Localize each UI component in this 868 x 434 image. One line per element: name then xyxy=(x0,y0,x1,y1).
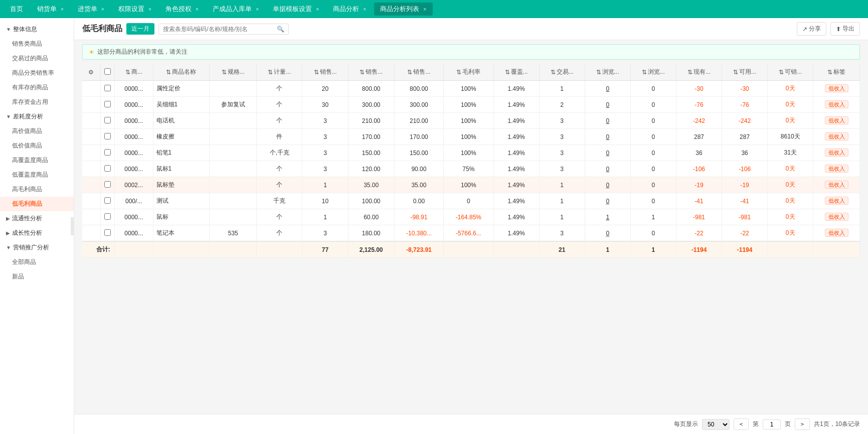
row-views1[interactable]: 0 xyxy=(585,145,630,161)
row-name[interactable]: 吴细细1 xyxy=(153,97,210,113)
search-icon[interactable]: 🔍 xyxy=(277,26,284,33)
col-saleable[interactable]: ⇅可销... xyxy=(768,64,813,81)
col-transaction[interactable]: ⇅交易... xyxy=(539,64,585,81)
sidebar-group-liquidity-label: 流通性分析 xyxy=(12,214,42,223)
row-checkbox[interactable] xyxy=(100,177,114,193)
nav-item-analysis-list[interactable]: 商品分析列表 × xyxy=(374,3,432,16)
close-icon[interactable]: × xyxy=(61,6,64,12)
sidebar-collapse-btn[interactable]: « xyxy=(71,217,74,235)
row-transaction: 3 xyxy=(539,145,585,161)
sidebar-item-high-coverage[interactable]: 高覆盖度商品 xyxy=(0,153,74,168)
nav-item-roles[interactable]: 角色授权 × xyxy=(159,3,205,16)
col-name[interactable]: ⇅商品名称 xyxy=(153,64,210,81)
col-unit[interactable]: ⇅计量... xyxy=(257,64,302,81)
sidebar-item-new-products[interactable]: 新品 xyxy=(0,269,74,284)
row-checkbox[interactable] xyxy=(100,129,114,145)
row-name[interactable]: 笔记本 xyxy=(153,225,210,242)
row-views1[interactable]: 1 xyxy=(585,209,630,225)
sidebar-item-low-margin[interactable]: 低毛利商品 xyxy=(0,197,74,211)
col-current-stock[interactable]: ⇅现有... xyxy=(676,64,722,81)
settings-icon[interactable]: ⚙ xyxy=(88,69,94,76)
row-checkbox[interactable] xyxy=(100,145,114,161)
close-icon[interactable]: × xyxy=(316,6,319,12)
row-views1[interactable]: 0 xyxy=(585,177,630,193)
row-views2: 0 xyxy=(630,225,676,242)
row-name[interactable]: 测试 xyxy=(153,193,210,209)
share-button[interactable]: ↗ 分享 xyxy=(797,22,826,36)
nav-item-permissions[interactable]: 权限设置 × xyxy=(112,3,157,16)
close-icon[interactable]: × xyxy=(196,6,199,12)
row-views1[interactable]: 0 xyxy=(585,113,630,129)
col-tag[interactable]: ⇅标签 xyxy=(813,64,860,81)
next-page-btn[interactable]: ＞ xyxy=(795,418,810,430)
row-checkbox[interactable] xyxy=(100,113,114,129)
row-name[interactable]: 鼠标垫 xyxy=(153,177,210,193)
row-name[interactable]: 铅笔1 xyxy=(153,145,210,161)
nav-item-sales[interactable]: 销货单 × xyxy=(31,3,70,16)
nav-item-purchase[interactable]: 进货单 × xyxy=(72,3,110,16)
sidebar-group-liquidity[interactable]: ▶ 流通性分析 xyxy=(0,211,74,226)
col-views1[interactable]: ⇅浏览... xyxy=(585,64,630,81)
sidebar-item-high-margin[interactable]: 高毛利商品 xyxy=(0,182,74,197)
col-coverage[interactable]: ⇅覆盖... xyxy=(493,64,539,81)
select-all-checkbox[interactable] xyxy=(104,68,111,75)
row-checkbox[interactable] xyxy=(100,97,114,113)
sidebar-item-capital[interactable]: 库存资金占用 xyxy=(0,95,74,109)
page-input[interactable] xyxy=(763,419,781,429)
row-checkbox[interactable] xyxy=(100,81,114,97)
nav-item-product-analysis[interactable]: 商品分析 × xyxy=(327,3,372,16)
sidebar-item-in-stock[interactable]: 有库存的商品 xyxy=(0,80,74,95)
nav-item-product-entry[interactable]: 产成品入库单 × xyxy=(207,3,265,16)
sidebar-group-marketing[interactable]: ▼ 营销推广分析 xyxy=(0,240,74,255)
row-checkbox[interactable] xyxy=(100,225,114,242)
sidebar-group-growth[interactable]: ▶ 成长性分析 xyxy=(0,226,74,240)
row-name[interactable]: 属性定价 xyxy=(153,81,210,97)
row-views1[interactable]: 0 xyxy=(585,225,630,242)
close-icon[interactable]: × xyxy=(256,6,259,12)
close-icon[interactable]: × xyxy=(101,6,104,12)
sidebar-item-sales-products[interactable]: 销售类商品 xyxy=(0,37,74,51)
sidebar-item-low-value[interactable]: 低价值商品 xyxy=(0,138,74,153)
row-views1[interactable]: 0 xyxy=(585,81,630,97)
sidebar-item-low-coverage[interactable]: 低覆盖度商品 xyxy=(0,168,74,182)
sidebar-item-high-value[interactable]: 高价值商品 xyxy=(0,124,74,138)
nav-item-home[interactable]: 首页 xyxy=(4,3,29,16)
close-icon[interactable]: × xyxy=(423,6,426,12)
col-settings[interactable]: ⚙ xyxy=(82,64,100,81)
col-sales-price[interactable]: ⇅销售... xyxy=(348,64,394,81)
filter-button[interactable]: 近一月 xyxy=(126,23,154,35)
row-checkbox[interactable] xyxy=(100,193,114,209)
col-spec[interactable]: ⇅规格... xyxy=(210,64,257,81)
row-name[interactable]: 电话机 xyxy=(153,113,210,129)
sidebar-item-traded[interactable]: 交易过的商品 xyxy=(0,51,74,66)
row-views1[interactable]: 0 xyxy=(585,161,630,177)
col-sales-qty[interactable]: ⇅销售... xyxy=(302,64,348,81)
col-sales-profit[interactable]: ⇅销售... xyxy=(394,64,443,81)
close-icon[interactable]: × xyxy=(148,6,151,12)
search-input[interactable] xyxy=(163,26,277,33)
col-code[interactable]: ⇅商... xyxy=(114,64,153,81)
sidebar-item-category-rate[interactable]: 商品分类销售率 xyxy=(0,66,74,80)
row-views1[interactable]: 0 xyxy=(585,97,630,113)
row-sales-qty: 1 xyxy=(302,177,348,193)
page-size-select[interactable]: 50 100 200 xyxy=(702,419,730,430)
row-views1[interactable]: 0 xyxy=(585,129,630,145)
export-button[interactable]: ⬆ 导出 xyxy=(830,22,860,36)
col-available[interactable]: ⇅可用... xyxy=(722,64,768,81)
sidebar-item-all-products[interactable]: 全部商品 xyxy=(0,255,74,269)
row-checkbox[interactable] xyxy=(100,209,114,225)
close-icon[interactable]: × xyxy=(363,6,366,12)
row-name[interactable]: 鼠标1 xyxy=(153,161,210,177)
row-current-stock: -981 xyxy=(676,209,722,225)
row-checkbox[interactable] xyxy=(100,161,114,177)
col-margin-rate[interactable]: ⇅毛利率 xyxy=(444,64,493,81)
sidebar-group-analysis[interactable]: ▼ 差耗度分析 xyxy=(0,109,74,124)
nav-item-template[interactable]: 单据模板设置 × xyxy=(267,3,325,16)
sidebar-group-overall[interactable]: ▼ 整体信息 xyxy=(0,22,74,37)
row-views1[interactable]: 0 xyxy=(585,193,630,209)
row-name[interactable]: 鼠标 xyxy=(153,209,210,225)
row-name[interactable]: 橡皮擦 xyxy=(153,129,210,145)
prev-page-btn[interactable]: ＜ xyxy=(734,418,749,430)
col-views2[interactable]: ⇅浏览... xyxy=(630,64,676,81)
total-empty-saleable xyxy=(768,241,813,258)
